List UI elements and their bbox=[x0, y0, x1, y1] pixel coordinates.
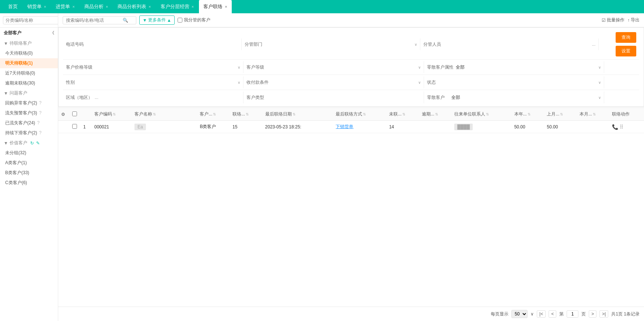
col-customer-code[interactable]: 客户编码 ⇅ bbox=[91, 108, 132, 121]
sidebar-item-churned[interactable]: 已流失客户(24) ? bbox=[0, 118, 58, 128]
toolbar-search-icon[interactable]: 🔍 bbox=[123, 18, 128, 23]
sidebar-group-problem-arrow: ▼ bbox=[4, 91, 8, 96]
page-down-arrow[interactable]: ∨ bbox=[531, 311, 534, 317]
last-page-button[interactable]: >| bbox=[599, 310, 608, 318]
col-last-contact-date[interactable]: 最后联络日期 ⇅ bbox=[262, 108, 333, 121]
batch-operation-button[interactable]: ☑ 批量操作 bbox=[602, 17, 624, 23]
sidebar-item-overdue-contact[interactable]: 逾期未联络(30) bbox=[0, 78, 58, 88]
sidebar-item-repurchase-abnormal[interactable]: 回购异常客户(2) ? bbox=[0, 98, 58, 108]
filter-row-3: 性别 ∨ 收付款条件 ∨ 状态 bbox=[63, 76, 639, 90]
sort-last-date: ⇅ bbox=[293, 112, 295, 116]
row-action-call-icon[interactable]: 📞 bbox=[612, 124, 618, 130]
sort-no-contact: ⇅ bbox=[402, 112, 405, 116]
help-icon-declining[interactable]: ? bbox=[39, 130, 42, 135]
sidebar-item-c-class[interactable]: C类客户(6) bbox=[0, 178, 58, 188]
my-customers-checkbox-label[interactable]: 我分管的客户 bbox=[178, 17, 210, 23]
sidebar-item-7day-contact[interactable]: 近7天待联络(0) bbox=[0, 68, 58, 78]
nav-sales-order[interactable]: 销货单 × bbox=[23, 0, 50, 13]
sidebar-item-ungrouped[interactable]: 未分组(32) bbox=[0, 148, 58, 158]
row-action: 📞 ⠿ bbox=[609, 121, 644, 133]
row-settings bbox=[58, 121, 69, 133]
page-input[interactable] bbox=[567, 310, 578, 318]
filter-retail-attr-select[interactable]: 全部 ∨ bbox=[456, 64, 601, 70]
filter-phone-input[interactable] bbox=[90, 42, 238, 47]
sidebar-item-b-class[interactable]: B类客户(33) bbox=[0, 168, 58, 178]
filter-retail-customer-select[interactable]: 全部 ∨ bbox=[451, 94, 601, 101]
manager-dots-btn[interactable]: ... bbox=[592, 42, 595, 47]
filter-status-select[interactable]: ∨ bbox=[451, 80, 601, 84]
sidebar-group-pending[interactable]: ▼ 待联络客户 bbox=[0, 38, 58, 48]
nav-customer-stratification[interactable]: 客户分层经营 × bbox=[156, 0, 198, 13]
col-last-month[interactable]: 上月... ⇅ bbox=[544, 108, 577, 121]
col-settings-icon[interactable]: ⚙ bbox=[61, 112, 65, 117]
sidebar-all-customers[interactable]: 全部客户 《 bbox=[0, 28, 58, 38]
col-no-contact[interactable]: 未联... ⇅ bbox=[386, 108, 419, 121]
region-dots-btn[interactable]: ... bbox=[95, 95, 98, 100]
col-customer-name[interactable]: 客户名称 ⇅ bbox=[132, 108, 197, 121]
refresh-icon[interactable]: ↻ bbox=[30, 141, 34, 146]
sidebar-item-declining[interactable]: 持续下滑客户(2) ? bbox=[0, 128, 58, 138]
col-this-year[interactable]: 本年... ⇅ bbox=[511, 108, 544, 121]
row-contact: 15 bbox=[230, 121, 262, 133]
dept-down-arrow: ∨ bbox=[414, 42, 417, 46]
filter-up-icon: ▲ bbox=[167, 18, 171, 23]
sidebar-group-problem[interactable]: ▼ 问题客户 bbox=[0, 88, 58, 98]
filter-gender-select[interactable]: ∨ bbox=[90, 80, 240, 84]
nav-close-customer-stratification[interactable]: × bbox=[192, 4, 194, 9]
toolbar-search-input[interactable] bbox=[66, 18, 121, 23]
row-contact-person: ████ bbox=[451, 121, 511, 133]
prev-page-button[interactable]: < bbox=[549, 310, 556, 318]
row-action-more-icon[interactable]: ⠿ bbox=[620, 124, 623, 130]
sidebar-group-value[interactable]: ▼ 价值客户 ↻ ✎ bbox=[0, 138, 58, 148]
retail-customer-down-arrow: ∨ bbox=[598, 96, 601, 100]
query-button[interactable]: 查询 bbox=[616, 32, 636, 43]
nav-close-customer-contact[interactable]: × bbox=[225, 4, 227, 9]
nav-close-product-analysis[interactable]: × bbox=[106, 4, 108, 9]
filter-dept-select[interactable]: ∨ bbox=[269, 42, 417, 46]
nav-close-product-analysis-list[interactable]: × bbox=[148, 4, 151, 9]
nav-home[interactable]: 首页 bbox=[4, 0, 22, 13]
sidebar-search-input[interactable] bbox=[3, 16, 58, 24]
col-customer-type[interactable]: 客户... ⇅ bbox=[197, 108, 230, 121]
select-all-checkbox[interactable] bbox=[72, 111, 77, 116]
status-down-arrow: ∨ bbox=[598, 80, 601, 84]
nav-close-sales-order[interactable]: × bbox=[44, 4, 46, 9]
nav-product-analysis-list[interactable]: 商品分析列表 × bbox=[113, 0, 155, 13]
sidebar-item-a-class[interactable]: A类客户(1) bbox=[0, 158, 58, 168]
export-button[interactable]: ↑ 导出 bbox=[627, 17, 640, 23]
filter-manager-input[interactable] bbox=[448, 42, 590, 47]
col-this-month[interactable]: 本月... ⇅ bbox=[577, 108, 609, 121]
col-last-contact-method[interactable]: 最后联络方式 ⇅ bbox=[333, 108, 386, 121]
filter-customer-grade-select[interactable]: ∨ bbox=[271, 65, 421, 69]
col-overdue[interactable]: 逾期... ⇅ bbox=[419, 108, 452, 121]
help-icon-repurchase[interactable]: ? bbox=[39, 100, 42, 106]
row-name: Ea bbox=[132, 121, 197, 133]
help-icon-churn-warning[interactable]: ? bbox=[39, 110, 42, 115]
more-filter-button[interactable]: ▼ 更多条件 ▲ bbox=[139, 15, 175, 25]
nav-close-purchase-order[interactable]: × bbox=[72, 4, 74, 9]
settings-button[interactable]: 设置 bbox=[616, 46, 636, 56]
help-icon-churned[interactable]: ? bbox=[37, 120, 40, 125]
nav-customer-contact[interactable]: 客户联络 × bbox=[199, 0, 231, 13]
toolbar-search-container: 🔍 bbox=[63, 16, 136, 24]
col-contact-person[interactable]: 往来单位联系人 ⇅ bbox=[451, 108, 511, 121]
nav-product-analysis[interactable]: 商品分析 × bbox=[80, 0, 112, 13]
nav-purchase-order[interactable]: 进货单 × bbox=[51, 0, 79, 13]
first-page-button[interactable]: |< bbox=[537, 310, 546, 318]
next-page-button[interactable]: > bbox=[589, 310, 596, 318]
sidebar-item-churn-warning[interactable]: 流失预警客户(3) ? bbox=[0, 108, 58, 118]
table-area: ⚙ 客户编码 ⇅ bbox=[58, 108, 644, 307]
row-select-checkbox[interactable] bbox=[72, 124, 77, 129]
sidebar-item-today-contact[interactable]: 今天待联络(0) bbox=[0, 48, 58, 58]
data-table: ⚙ 客户编码 ⇅ bbox=[58, 108, 644, 133]
row-this-month bbox=[577, 121, 609, 133]
retail-attr-down-arrow: ∨ bbox=[598, 65, 601, 69]
col-contact[interactable]: 联络... ⇅ bbox=[230, 108, 262, 121]
sidebar-item-tomorrow-contact[interactable]: 明天待联络(1) bbox=[0, 58, 58, 68]
page-size-select[interactable]: 50 bbox=[511, 310, 528, 318]
filter-payment-select[interactable]: ∨ bbox=[271, 80, 421, 84]
edit-icon[interactable]: ✎ bbox=[36, 141, 40, 146]
my-customers-checkbox[interactable] bbox=[178, 18, 182, 23]
filter-price-grade-select[interactable]: ∨ bbox=[95, 65, 240, 69]
sort-contact: ⇅ bbox=[246, 112, 249, 116]
